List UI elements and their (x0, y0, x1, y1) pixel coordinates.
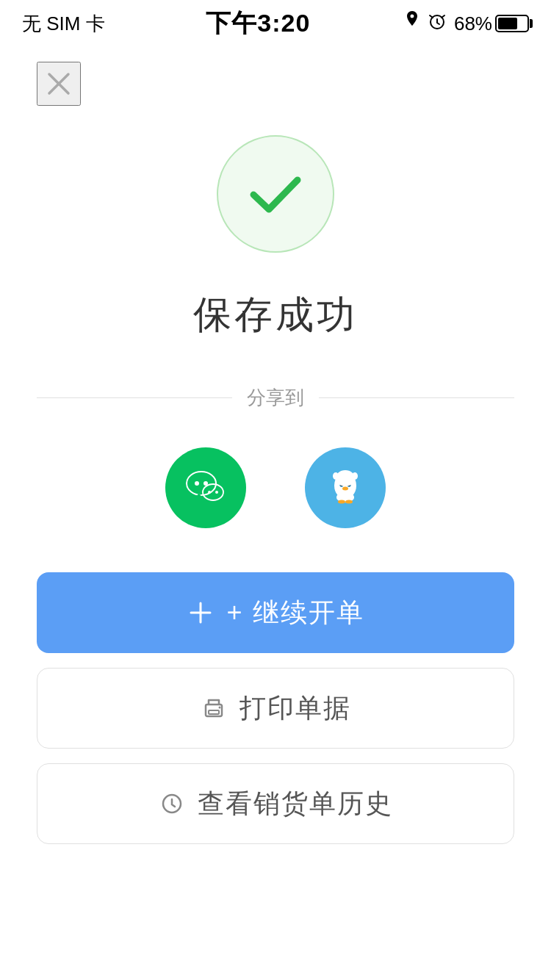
success-title: 保存成功 (193, 289, 358, 341)
status-bar-time: 下午3:20 (206, 7, 310, 40)
status-bar-left: 无 SIM 卡 (22, 11, 112, 37)
action-buttons: + 继续开单 打印单据 查看销货单历史 (37, 572, 514, 844)
svg-point-15 (342, 487, 348, 491)
print-icon (200, 694, 228, 722)
location-icon (404, 11, 420, 37)
divider-line-left (37, 397, 232, 398)
share-divider: 分享到 (37, 385, 514, 411)
svg-point-17 (345, 500, 353, 504)
svg-point-7 (208, 491, 211, 494)
close-button[interactable] (37, 62, 81, 106)
battery-indicator: 68% (454, 12, 529, 35)
print-button[interactable]: 打印单据 (37, 668, 514, 749)
battery-fill (498, 18, 517, 29)
svg-rect-24 (209, 710, 219, 714)
battery-percent: 68% (454, 12, 492, 35)
svg-point-18 (336, 470, 355, 486)
main-content: 保存成功 分享到 (0, 47, 551, 888)
continue-label: + 继续开单 (226, 595, 364, 631)
svg-point-16 (338, 500, 345, 504)
svg-point-20 (352, 472, 358, 480)
share-buttons (37, 447, 514, 528)
svg-point-25 (219, 707, 221, 709)
history-label: 查看销货单历史 (198, 786, 393, 822)
print-label: 打印单据 (240, 691, 351, 727)
svg-point-19 (333, 472, 339, 480)
continue-button[interactable]: + 继续开单 (37, 572, 514, 653)
divider-line-right (319, 397, 514, 398)
share-qq-button[interactable] (305, 447, 386, 528)
checkmark-icon (242, 159, 309, 228)
battery-shape (495, 15, 529, 32)
svg-point-8 (215, 491, 218, 494)
share-wechat-button[interactable] (165, 447, 246, 528)
status-bar-right: 68% (404, 11, 529, 37)
svg-point-3 (187, 472, 216, 495)
svg-point-4 (195, 481, 199, 486)
alarm-icon (428, 12, 447, 36)
status-bar: 无 SIM 卡 下午3:20 68% (0, 0, 551, 47)
plus-icon (187, 599, 215, 627)
share-section: 分享到 (37, 385, 514, 528)
share-label: 分享到 (247, 385, 304, 411)
success-circle (217, 135, 334, 253)
carrier-label: 无 SIM 卡 (22, 11, 105, 37)
clock-icon (158, 790, 186, 818)
history-button[interactable]: 查看销货单历史 (37, 763, 514, 844)
svg-point-6 (203, 484, 223, 500)
